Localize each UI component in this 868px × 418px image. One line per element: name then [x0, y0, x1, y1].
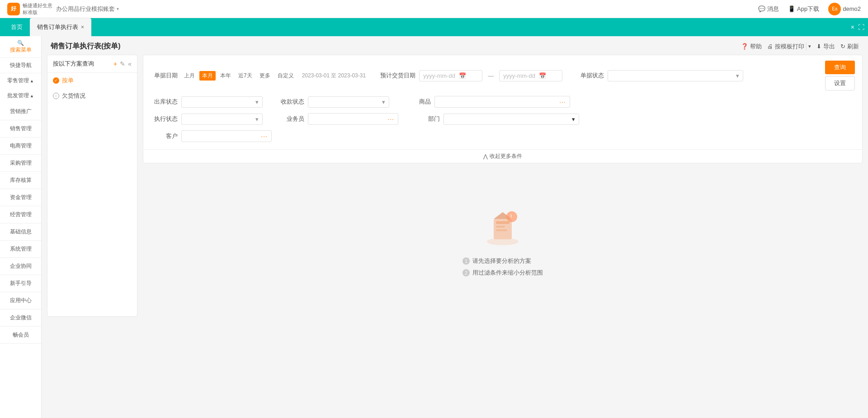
- sidebar-item-wechat[interactable]: 企业微信: [0, 309, 41, 327]
- tab-sales-order[interactable]: 销售订单执行表 ×: [30, 18, 91, 36]
- sidebar-quick-nav[interactable]: 快捷导航: [0, 58, 41, 73]
- sidebar-item-marketing[interactable]: 营销推广: [0, 103, 41, 120]
- customer-input[interactable]: ···: [181, 130, 272, 142]
- sidebar-item-appcenter[interactable]: 应用中心: [0, 292, 41, 309]
- window-expand-icon[interactable]: ⛶: [858, 24, 864, 31]
- filter-out-status: 出库状态 ▾: [151, 96, 263, 108]
- inactive-dot-icon: ○: [53, 93, 59, 99]
- sidebar-item-member[interactable]: 畅会员: [0, 327, 41, 344]
- expected-date-to-input[interactable]: yyyy-mm-dd 📅: [499, 70, 562, 81]
- date-btn-custom[interactable]: 自定义: [275, 71, 297, 81]
- page-actions: ❓ 帮助 🖨 按模板打印 ▾ ⬇ 导出 ↻ 刷新: [741, 43, 859, 51]
- sidebar-item-retail[interactable]: 零售管理: [0, 73, 41, 88]
- edit-scheme-button[interactable]: ✎: [120, 60, 125, 67]
- exec-status-select[interactable]: ▾: [181, 114, 263, 125]
- dept-select[interactable]: ▾: [443, 114, 579, 125]
- salesperson-input[interactable]: ···: [308, 113, 398, 125]
- collapse-panel-button[interactable]: «: [128, 60, 132, 67]
- calendar-icon: 📅: [459, 72, 466, 79]
- scheme-item-by-order[interactable]: ✓ 按单: [47, 73, 137, 88]
- collapse-filters-button[interactable]: ⋀ 收起更多条件: [143, 150, 862, 163]
- tab-home[interactable]: 首页: [4, 18, 30, 36]
- top-bar: 好 畅捷通好生意 标准版 办公用品行业模拟账套 ▾ 💬 消息 📱 App下载 E…: [0, 0, 868, 18]
- filter-salesperson: 业务员 ···: [277, 113, 398, 125]
- scheme-item-shortage[interactable]: ○ 欠货情况: [47, 88, 137, 104]
- chevron-down-icon-3: ▾: [382, 99, 385, 105]
- date-btn-more[interactable]: 更多: [257, 71, 273, 81]
- page-title: 销售订单执行表(按单): [51, 42, 121, 51]
- out-status-select[interactable]: ▾: [181, 96, 263, 108]
- logo-text: 畅捷通好生意 标准版: [23, 2, 52, 15]
- svg-rect-4: [496, 229, 507, 231]
- sidebar: 🔍 搜索菜单 快捷导航 零售管理 批发管理 营销推广 销售管理 电商管理 采购管…: [0, 36, 42, 418]
- add-scheme-button[interactable]: +: [113, 60, 117, 67]
- filter-row-4: 客户 ···: [151, 130, 855, 142]
- message-button[interactable]: 💬 消息: [758, 5, 779, 13]
- svg-rect-3: [496, 226, 505, 228]
- expected-date-from-input[interactable]: yyyy-mm-dd 📅: [419, 70, 482, 81]
- filter-row-2: 出库状态 ▾ 收款状态 ▾: [151, 96, 855, 108]
- svg-text:!: !: [510, 214, 512, 220]
- user-profile[interactable]: Ea demo2: [828, 3, 861, 15]
- left-panel-header: 按以下方案查询 + ✎ «: [47, 55, 137, 73]
- left-panel-actions: + ✎ «: [113, 60, 132, 67]
- step-1-num: 1: [462, 257, 470, 265]
- left-panel-title: 按以下方案查询: [53, 60, 94, 68]
- sidebar-item-wholesale[interactable]: 批发管理: [0, 88, 41, 103]
- collapse-icon: ⋀: [483, 153, 488, 160]
- sidebar-item-operations[interactable]: 经营管理: [0, 206, 41, 223]
- filter-receipt-status: 收款状态 ▾: [277, 96, 389, 108]
- date-btn-7days[interactable]: 近7天: [236, 71, 255, 81]
- refresh-button[interactable]: ↻ 刷新: [840, 43, 859, 51]
- breadcrumb-arrow-icon[interactable]: ▾: [117, 6, 119, 11]
- sidebar-item-finance[interactable]: 资金管理: [0, 189, 41, 206]
- date-btn-this-year[interactable]: 本年: [217, 71, 234, 81]
- print-main[interactable]: 🖨 按模板打印: [767, 43, 807, 51]
- app-download-button[interactable]: 📱 App下载: [788, 5, 819, 13]
- sidebar-item-collab[interactable]: 企业协同: [0, 258, 41, 275]
- date-button-group: 上月 本月 本年 近7天 更多 自定义: [181, 71, 297, 81]
- export-icon: ⬇: [816, 43, 821, 50]
- salesperson-more-icon[interactable]: ···: [387, 115, 394, 123]
- filter-body: 单据日期 上月 本月 本年 近7天 更多 自定义: [143, 55, 862, 149]
- step-2-num: 2: [462, 269, 470, 276]
- goods-more-icon[interactable]: ···: [559, 98, 566, 105]
- window-close-icon[interactable]: ×: [851, 24, 854, 31]
- query-button[interactable]: 查询: [825, 61, 855, 74]
- nav-tabs: 首页 销售订单执行表 × × ⛶: [0, 18, 868, 36]
- sidebar-item-system[interactable]: 系统管理: [0, 241, 41, 258]
- sidebar-item-purchase[interactable]: 采购管理: [0, 155, 41, 172]
- chevron-down-icon-4: ▾: [255, 116, 259, 123]
- print-icon: 🖨: [767, 43, 773, 50]
- filter-goods: 商品 ···: [404, 96, 570, 108]
- sidebar-item-basic[interactable]: 基础信息: [0, 223, 41, 241]
- date-btn-this-month[interactable]: 本月: [199, 71, 216, 81]
- goods-input[interactable]: ···: [434, 96, 570, 108]
- filter-row-3: 执行状态 ▾ 业务员 ···: [151, 113, 855, 125]
- right-content: 单据日期 上月 本月 本年 近7天 更多 自定义: [143, 55, 863, 317]
- export-button[interactable]: ⬇ 导出: [816, 43, 835, 51]
- help-button[interactable]: ❓ 帮助: [741, 43, 762, 51]
- filter-panel: 单据日期 上月 本月 本年 近7天 更多 自定义: [143, 55, 863, 163]
- tab-close-icon[interactable]: ×: [81, 24, 84, 30]
- calendar2-icon: 📅: [539, 72, 546, 79]
- sidebar-item-newuser[interactable]: 新手引导: [0, 275, 41, 292]
- print-arrow-icon[interactable]: ▾: [807, 43, 811, 49]
- date-btn-last-month[interactable]: 上月: [181, 71, 198, 81]
- sidebar-item-inventory[interactable]: 库存核算: [0, 172, 41, 189]
- sidebar-item-ecommerce[interactable]: 电商管理: [0, 138, 41, 155]
- receipt-status-select[interactable]: ▾: [308, 96, 389, 108]
- filter-doc-status: 单据状态 ▾: [577, 70, 743, 81]
- sidebar-item-sales[interactable]: 销售管理: [0, 120, 41, 138]
- sidebar-search[interactable]: 🔍 搜索菜单: [0, 36, 41, 58]
- doc-status-select[interactable]: ▾: [608, 70, 743, 81]
- nav-tabs-right: × ⛶: [851, 24, 864, 31]
- print-button[interactable]: 🖨 按模板打印 ▾: [767, 43, 811, 51]
- avatar: Ea: [828, 3, 841, 15]
- customer-more-icon[interactable]: ···: [261, 133, 268, 140]
- filter-row-1: 单据日期 上月 本月 本年 近7天 更多 自定义: [151, 61, 855, 90]
- chevron-down-icon-5: ▾: [572, 116, 575, 123]
- date-range-display: 2023-03-01 至 2023-03-31: [302, 72, 366, 80]
- set-button[interactable]: 设置: [825, 76, 855, 90]
- empty-step-2: 2 用过滤条件来缩小分析范围: [462, 269, 543, 277]
